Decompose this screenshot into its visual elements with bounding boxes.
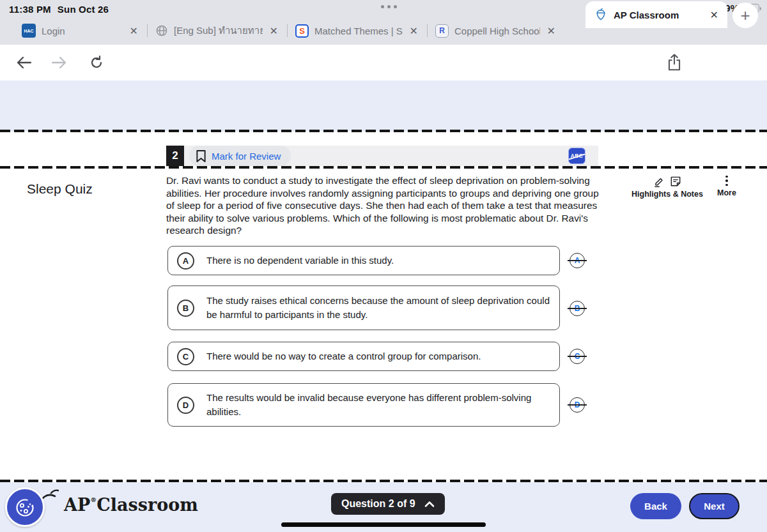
strikethrough-line xyxy=(568,356,587,357)
more-label: More xyxy=(713,188,740,197)
option-letter-badge: C xyxy=(177,348,194,365)
question-stem: Dr. Ravi wants to conduct a study to inv… xyxy=(166,174,608,237)
status-time: 11:38 PM xyxy=(9,4,51,15)
option-letter-badge: A xyxy=(177,252,194,270)
notes-icon xyxy=(669,175,682,188)
bookmark-icon xyxy=(196,149,206,163)
option-letter-badge: D xyxy=(177,397,194,414)
answer-eliminator-label: ABC xyxy=(571,153,583,159)
share-icon[interactable] xyxy=(665,53,684,72)
tab-login[interactable]: HAC Login ✕ xyxy=(17,17,144,45)
question-navigator-button[interactable]: Question 2 of 9 xyxy=(331,493,445,515)
multitask-dots-icon[interactable] xyxy=(381,5,397,8)
tab-matched-themes[interactable]: S Matched Themes | Sh ✕ xyxy=(290,17,424,45)
dashed-divider-question xyxy=(0,166,767,169)
tab-eng-sub-video[interactable]: [Eng Sub] ทำนายทายท ✕ xyxy=(150,17,284,45)
option-text: There is no dependent variable in this s… xyxy=(206,254,394,268)
tab-separator xyxy=(287,24,288,37)
next-button[interactable]: Next xyxy=(689,493,740,519)
browser-chrome: 11:38 PMSun Oct 26 39% HAC Login ✕ [Eng … xyxy=(0,0,767,45)
tab-coppell-high-school[interactable]: R Coppell High School - ✕ xyxy=(430,17,562,45)
close-tab-icon[interactable]: ✕ xyxy=(128,25,139,37)
strikethrough-line xyxy=(568,404,587,406)
eliminate-option-b-button[interactable]: B xyxy=(568,299,587,318)
option-text: The study raises ethical concerns becaus… xyxy=(206,294,559,322)
cookie-consent-button[interactable] xyxy=(5,487,45,527)
answer-eliminator-toggle[interactable]: ABC xyxy=(568,148,585,164)
eliminate-option-a-button[interactable]: A xyxy=(568,251,587,270)
tab-separator xyxy=(427,24,428,37)
tab-title: [Eng Sub] ทำนายทายท xyxy=(174,23,263,38)
back-button[interactable]: Back xyxy=(630,493,681,519)
close-tab-icon[interactable]: ✕ xyxy=(268,25,279,37)
highlights-notes-label: Highlights & Notes xyxy=(630,190,705,199)
quiz-page-header: Sleep Quiz Highlights & Notes More xyxy=(0,80,767,132)
highlights-notes-button[interactable]: Highlights & Notes xyxy=(630,175,705,199)
globe-icon xyxy=(155,24,168,37)
dashed-divider-top xyxy=(0,130,767,132)
back-nav-icon[interactable] xyxy=(14,53,33,72)
page-title: Sleep Quiz xyxy=(27,181,93,197)
highlighter-icon xyxy=(653,175,665,188)
home-indicator[interactable] xyxy=(281,522,486,527)
answer-option-a[interactable]: A There is no dependent variable in this… xyxy=(167,246,560,275)
option-text: There would be no way to create a contro… xyxy=(206,349,481,363)
ipad-screen: 11:38 PMSun Oct 26 39% HAC Login ✕ [Eng … xyxy=(0,0,767,532)
shmoop-favicon-icon: S xyxy=(295,24,309,38)
translate-favicon-icon: R xyxy=(435,24,449,38)
close-tab-icon[interactable]: ✕ xyxy=(710,9,718,21)
question-toolbar: 2 Mark for Review ABC xyxy=(166,146,598,166)
answer-option-b[interactable]: B The study raises ethical concerns beca… xyxy=(167,285,560,330)
eliminate-option-c-button[interactable]: C xyxy=(568,347,587,366)
strikethrough-line xyxy=(568,308,587,309)
forward-nav-icon[interactable] xyxy=(50,53,69,72)
tab-title: Login xyxy=(42,26,123,36)
new-tab-button[interactable]: + xyxy=(732,3,758,28)
mark-for-review-button[interactable]: Mark for Review xyxy=(189,146,291,166)
tab-separator xyxy=(147,24,148,37)
tab-title: Matched Themes | Sh xyxy=(314,26,403,36)
tab-ap-classroom-active[interactable]: AP Classroom ✕ xyxy=(585,1,727,28)
question-navigator-label: Question 2 of 9 xyxy=(341,498,415,510)
ap-classroom-logo: AP®Classroom xyxy=(64,495,198,515)
answer-option-d[interactable]: D The results would be invalid because e… xyxy=(167,383,560,427)
tab-title: Coppell High School - xyxy=(454,26,540,36)
tab-title: AP Classroom xyxy=(614,10,704,20)
hac-favicon-icon: HAC xyxy=(22,24,36,38)
close-tab-icon[interactable]: ✕ xyxy=(546,25,557,37)
browser-toolbar: apclassroom.collegeboard.org 5 xyxy=(0,45,767,80)
acorn-icon xyxy=(594,8,607,22)
status-clock: 11:38 PMSun Oct 26 xyxy=(9,4,115,15)
more-menu-button[interactable]: More xyxy=(713,175,740,197)
kebab-menu-icon xyxy=(713,175,740,186)
mark-for-review-label: Mark for Review xyxy=(212,151,281,162)
strikethrough-line xyxy=(568,260,587,261)
answer-option-c[interactable]: C There would be no way to create a cont… xyxy=(167,342,560,371)
eliminate-option-d-button[interactable]: D xyxy=(568,395,587,414)
close-tab-icon[interactable]: ✕ xyxy=(408,25,419,37)
chevron-up-icon xyxy=(424,501,435,508)
reload-icon[interactable] xyxy=(87,53,106,72)
question-number-badge: 2 xyxy=(166,146,184,166)
status-date: Sun Oct 26 xyxy=(58,4,109,15)
option-text: The results would be invalid because eve… xyxy=(206,391,559,419)
option-letter-badge: B xyxy=(177,300,194,317)
cookie-icon xyxy=(12,494,38,520)
